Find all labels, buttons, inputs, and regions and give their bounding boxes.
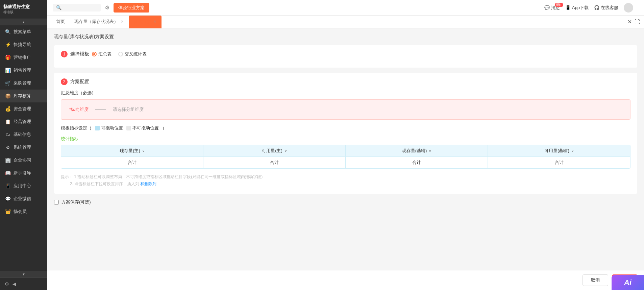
stats-cell-0-2: 合计 xyxy=(346,156,488,168)
step2-number: 2 xyxy=(61,78,68,85)
stats-table-header: 现存量(主)∨可用量(主)∨现存量(基辅)∨可用量(基辅)∨ xyxy=(61,145,630,156)
app-name: 畅康通好生意 xyxy=(3,4,44,10)
sidebar-footer: ⚙ ◀ xyxy=(0,277,47,290)
step2-title: 方案配置 xyxy=(70,79,89,85)
tab-new-plan[interactable]: 新建方案× xyxy=(129,16,162,28)
ai-text: Ai xyxy=(624,278,631,287)
stats-table: 现存量(主)∨可用量(主)∨现存量(基辅)∨可用量(基辅)∨ 合计合计合计合计 xyxy=(61,145,630,169)
sidebar-item-quick-nav[interactable]: ⚡ 快捷导航 xyxy=(0,38,47,51)
purchase-icon: 🛒 xyxy=(5,80,11,86)
sidebar-item-newbie[interactable]: 📖 新手引导 xyxy=(0,167,47,179)
save-checkbox[interactable] xyxy=(54,200,59,204)
app-download-label: App下载 xyxy=(572,5,589,11)
stats-header-1[interactable]: 可用量(主)∨ xyxy=(203,145,346,156)
finance-icon: 💰 xyxy=(5,106,11,112)
sidebar-label-finance: 资金管理 xyxy=(14,106,31,112)
sidebar-item-inventory[interactable]: 📦 库存核算 xyxy=(0,90,47,102)
tip1: 提示： 1.拖动标题栏可以调整布局，不可跨维度或指标区域拖动栏目字段(只能在同一… xyxy=(61,174,630,180)
tab-inventory-status[interactable]: 现存量（库存状况表）× xyxy=(70,16,129,28)
sidebar-item-app-center[interactable]: 📱 应用中心 xyxy=(0,179,47,192)
message-icon: 💬 xyxy=(544,5,550,10)
dimension-placeholder: 请选择分组维度 xyxy=(113,106,144,113)
headset-icon: 🎧 xyxy=(594,5,599,10)
step1-header: 1 选择模板 汇总表 交叉统计表 xyxy=(61,51,630,57)
sidebar-item-system[interactable]: ⚙ 系统管理 xyxy=(0,141,47,154)
sidebar-label-app-center: 应用中心 xyxy=(14,183,31,189)
step1-section: 1 选择模板 汇总表 交叉统计表 xyxy=(54,45,637,68)
sidebar-label-inventory: 库存核算 xyxy=(14,93,31,99)
stats-header-chevron-2[interactable]: ∨ xyxy=(429,149,431,153)
sidebar-scroll-down[interactable]: ▼ xyxy=(0,271,47,277)
non-draggable-indicator: 不可拖动位置 xyxy=(126,125,159,131)
main-area: 🔍 ⚙ 体验行业方案 💬 消息 99+ 📱 App下载 🎧 在线客服 首页现存量… xyxy=(47,0,644,290)
collapse-icon[interactable]: ◀ xyxy=(13,281,16,287)
sidebar-label-quick-nav: 快捷导航 xyxy=(14,42,31,48)
maximize-win-icon[interactable]: ⛶ xyxy=(635,19,640,25)
sidebar-item-sales[interactable]: 📊 销售管理 xyxy=(0,64,47,77)
sidebar-label-operation: 经营管理 xyxy=(14,119,31,125)
cancel-button[interactable]: 取消 xyxy=(583,274,608,286)
sidebar-item-search-menu[interactable]: 🔍 搜索菜单 xyxy=(0,25,47,38)
tab-label-home: 首页 xyxy=(56,19,65,25)
app-center-icon: 📱 xyxy=(5,183,11,189)
template-radio-group: 汇总表 交叉统计表 xyxy=(92,51,147,57)
stats-section: 统计指标 现存量(主)∨可用量(主)∨现存量(基辅)∨可用量(基辅)∨ 合计合计… xyxy=(61,136,630,169)
sidebar-label-sales: 销售管理 xyxy=(14,67,31,73)
stats-header-2[interactable]: 现存量(基辅)∨ xyxy=(346,145,488,156)
search-icon: 🔍 xyxy=(56,5,61,10)
sidebar-item-wechat[interactable]: 💬 企业微信 xyxy=(0,192,47,205)
stats-cell-0-0: 合计 xyxy=(61,156,203,168)
search-input[interactable] xyxy=(64,5,97,10)
ai-watermark: Ai xyxy=(612,275,644,290)
tab-close-new-plan[interactable]: × xyxy=(153,19,157,24)
dimension-box[interactable]: *纵向维度 —— 请选择分组维度 xyxy=(61,99,630,120)
sidebar-item-marketing[interactable]: 🎁 营销推广 xyxy=(0,51,47,64)
stats-table-body: 合计合计合计合计 xyxy=(61,156,630,168)
sidebar-item-finance[interactable]: 💰 资金管理 xyxy=(0,102,47,115)
gear-icon[interactable]: ⚙ xyxy=(105,4,109,11)
tab-home[interactable]: 首页 xyxy=(51,16,70,28)
search-box[interactable]: 🔍 xyxy=(53,4,101,11)
draggable-label: 可拖动位置 xyxy=(101,125,123,131)
operation-icon: 📋 xyxy=(5,119,11,125)
sidebar-label-system: 系统管理 xyxy=(14,144,31,150)
avatar[interactable] xyxy=(624,3,633,13)
industry-btn[interactable]: 体验行业方案 xyxy=(114,3,149,13)
radio-summary[interactable]: 汇总表 xyxy=(92,51,112,57)
sidebar-item-enterprise[interactable]: 🏢 企业协同 xyxy=(0,154,47,167)
sidebar-item-operation[interactable]: 📋 经营管理 xyxy=(0,115,47,128)
app-download-btn[interactable]: 📱 App下载 xyxy=(565,5,589,11)
settings-icon[interactable]: ⚙ xyxy=(5,281,9,287)
sidebar-item-purchase[interactable]: 🛒 采购管理 xyxy=(0,77,47,90)
app-logo: 畅康通好生意 标准版 xyxy=(0,0,47,19)
stats-header-chevron-1[interactable]: ∨ xyxy=(284,149,287,153)
stats-header-3[interactable]: 可用量(基辅)∨ xyxy=(488,145,630,156)
sidebar-label-member: 畅会员 xyxy=(14,209,27,215)
stats-cell-0-1: 合计 xyxy=(203,156,346,168)
sidebar-scroll-up[interactable]: ▲ xyxy=(0,19,47,25)
tab-label-new-plan: 新建方案 xyxy=(133,19,151,25)
required-mark: *纵向维度 xyxy=(69,106,89,113)
radio-circle-summary xyxy=(92,52,97,56)
stats-header-0[interactable]: 现存量(主)∨ xyxy=(61,145,203,156)
service-btn[interactable]: 🎧 在线客服 xyxy=(594,5,618,11)
stats-header-chevron-3[interactable]: ∨ xyxy=(571,149,574,153)
service-label: 在线客服 xyxy=(601,5,618,11)
non-draggable-label: 不可拖动位置 xyxy=(132,125,159,131)
sidebar-label-purchase: 采购管理 xyxy=(14,80,31,86)
sidebar-nav: 🔍 搜索菜单 ⚡ 快捷导航 🎁 营销推广 📊 销售管理 🛒 采购管理 📦 库存核… xyxy=(0,25,47,271)
radio-circle-cross xyxy=(118,52,123,56)
sidebar-item-base-info[interactable]: 🗂 基础信息 xyxy=(0,128,47,141)
sidebar-item-member[interactable]: 👑 畅会员 xyxy=(0,205,47,218)
stats-header-label-1: 可用量(主) xyxy=(262,148,282,154)
tab-close-inventory-status[interactable]: × xyxy=(120,19,124,24)
radio-cross[interactable]: 交叉统计表 xyxy=(118,51,147,57)
topbar: 🔍 ⚙ 体验行业方案 💬 消息 99+ 📱 App下载 🎧 在线客服 xyxy=(47,0,644,16)
stats-header-chevron-0[interactable]: ∨ xyxy=(142,149,145,153)
stats-header-label-2: 现存量(基辅) xyxy=(402,148,427,154)
message-btn[interactable]: 💬 消息 99+ xyxy=(544,5,560,11)
stats-header-label-3: 可用量(基辅) xyxy=(544,148,569,154)
close-win-icon[interactable]: ✕ xyxy=(627,19,632,25)
template-close: ） xyxy=(162,125,167,131)
sidebar-label-wechat: 企业微信 xyxy=(14,196,31,202)
